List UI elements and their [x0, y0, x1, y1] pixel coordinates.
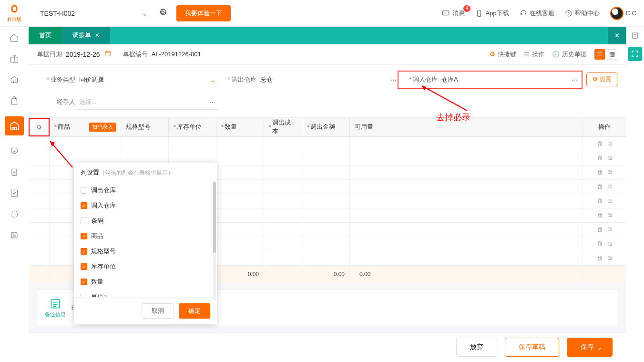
store-select[interactable]: TEST-H002 ⌄ — [34, 5, 153, 22]
delete-icon[interactable]: 🗑 — [597, 197, 603, 204]
delete-icon[interactable]: 🗑 — [597, 140, 603, 147]
nav-warehouse-icon[interactable] — [5, 116, 24, 135]
scrollbar[interactable] — [213, 182, 216, 300]
delete-icon[interactable]: 🗑 — [597, 226, 603, 233]
calendar-icon[interactable] — [104, 50, 112, 59]
nav-clipboard-icon[interactable] — [9, 167, 20, 177]
messages-button[interactable]: 消息 4 — [441, 9, 465, 18]
close-icon[interactable]: ✕ — [95, 32, 100, 39]
column-option[interactable]: 单位2 — [81, 290, 210, 297]
nav-gift-icon[interactable] — [9, 53, 20, 64]
checkbox[interactable]: ✓ — [81, 263, 87, 270]
column-option[interactable]: ✓库存单位 — [81, 259, 210, 274]
delete-icon[interactable]: 🗑 — [597, 155, 603, 161]
save-draft-button[interactable]: 保存草稿 — [505, 338, 559, 357]
more-icon[interactable]: ⋯ — [209, 99, 215, 106]
cancel-button[interactable]: 取消 — [142, 303, 174, 319]
tab-home[interactable]: 首页 — [29, 27, 62, 44]
column-option-label: 数量 — [91, 278, 103, 286]
nav-loading-icon[interactable] — [9, 209, 20, 219]
experience-button[interactable]: 我要体验一下 — [176, 5, 231, 21]
svg-point-3 — [447, 12, 448, 13]
copy-icon[interactable]: ⧉ — [608, 140, 612, 147]
actions-button[interactable]: ☰操作 — [524, 50, 544, 59]
nav-report-icon[interactable] — [9, 188, 20, 198]
delete-icon[interactable]: 🗑 — [597, 169, 603, 176]
handler-field[interactable]: 经手人 选择... ⋯ — [37, 95, 218, 110]
gear-icon: ⚙ — [593, 76, 598, 83]
help-center-button[interactable]: ? 帮助中心 — [565, 9, 600, 18]
header-right: 消息 4 App下载 在线客服 ? 帮助中心 C C — [441, 7, 636, 20]
nav-house-icon[interactable] — [9, 74, 20, 85]
checkbox[interactable] — [81, 294, 87, 297]
more-icon[interactable]: ⋯ — [390, 76, 397, 83]
history-icon: 🕘 — [552, 51, 560, 58]
shortcut-button[interactable]: ⚙快捷键 — [490, 50, 516, 59]
column-option[interactable]: ✓调入仓库 — [81, 198, 210, 213]
tabs-close-all-icon[interactable]: ✕ — [608, 27, 626, 44]
tab-transfer[interactable]: 调拨单 ✕ — [62, 27, 110, 44]
copy-icon[interactable]: ⧉ — [608, 226, 612, 233]
column-option[interactable]: 调出仓库 — [81, 183, 210, 198]
column-option-label: 商品 — [91, 232, 103, 240]
column-option[interactable]: ✓数量 — [81, 274, 210, 290]
column-settings-button[interactable]: ⚙ — [29, 118, 50, 136]
top-header: 标准版 TEST-H002 ⌄ 我要体验一下 消息 4 App下载 在线客服 — [0, 0, 644, 27]
checkbox[interactable]: ✓ — [81, 202, 87, 209]
settings-gear-icon[interactable] — [158, 8, 167, 18]
copy-icon[interactable]: ⧉ — [608, 212, 612, 218]
online-service-button[interactable]: 在线客服 — [520, 9, 554, 18]
notes-rail-icon[interactable] — [628, 29, 642, 43]
in-warehouse-field[interactable]: 调入仓库 仓库A ⋯ — [399, 72, 581, 87]
checkbox[interactable]: ✓ — [81, 233, 87, 239]
popover-title: 列设置（勾选的列会在表格中显示） — [74, 163, 217, 183]
column-option[interactable]: ✓规格型号 — [81, 244, 210, 259]
app-download-button[interactable]: App下载 — [475, 9, 509, 18]
popover-list: 调出仓库✓调入仓库条码✓商品✓规格型号✓库存单位✓数量单位2 — [74, 183, 217, 297]
copy-icon[interactable]: ⧉ — [608, 197, 612, 204]
doc-no-value: AL-20191226-001 — [152, 51, 201, 58]
copy-icon[interactable]: ⧉ — [608, 183, 612, 190]
nav-bag-icon[interactable] — [9, 95, 20, 106]
nav-new-icon[interactable]: 新 — [9, 230, 20, 240]
fullscreen-icon[interactable] — [628, 47, 642, 61]
chevron-down-icon: ⌄ — [597, 343, 603, 351]
history-button[interactable]: 🕘历史单据 — [552, 50, 587, 59]
view-grid-icon[interactable]: ▦ — [607, 49, 617, 60]
more-icon[interactable]: ⋯ — [572, 76, 578, 83]
delete-icon[interactable]: 🗑 — [597, 212, 603, 218]
th-unit: *库存单位 — [169, 118, 216, 136]
column-option-label: 调入仓库 — [91, 201, 116, 210]
copy-icon[interactable]: ⧉ — [608, 169, 612, 176]
svg-rect-15 — [633, 33, 638, 39]
chevron-down-icon[interactable]: ⌄ — [210, 76, 215, 83]
column-option[interactable]: ✓商品 — [81, 228, 210, 244]
table-row[interactable]: 🗑⧉ — [29, 137, 626, 151]
biz-type-field[interactable]: 业务类型 同价调拨 ⌄ — [37, 72, 218, 87]
column-option[interactable]: 条码 — [81, 213, 210, 228]
form-settings-button[interactable]: ⚙设置 — [586, 72, 617, 86]
copy-icon[interactable]: ⧉ — [608, 255, 612, 261]
confirm-button[interactable]: 确定 — [179, 303, 210, 319]
nav-home-icon[interactable] — [9, 32, 20, 43]
checkbox[interactable] — [81, 187, 87, 194]
date-value[interactable]: 2019-12-26 — [66, 51, 100, 58]
message-icon — [441, 9, 450, 18]
checkbox[interactable]: ✓ — [81, 248, 87, 255]
scan-entry-button[interactable]: 扫码录入 — [89, 123, 116, 132]
out-warehouse-field[interactable]: 调出仓库 总仓 ⋯ — [218, 72, 399, 87]
view-list-icon[interactable]: ☰ — [594, 49, 605, 60]
save-button[interactable]: 保存⌄ — [567, 338, 613, 357]
delete-icon[interactable]: 🗑 — [597, 240, 603, 247]
copy-icon[interactable]: ⧉ — [608, 240, 612, 247]
store-name: TEST-H002 — [40, 10, 75, 17]
checkbox[interactable]: ✓ — [81, 279, 87, 285]
delete-icon[interactable]: 🗑 — [597, 255, 603, 261]
checkbox[interactable] — [81, 217, 87, 224]
copy-icon[interactable]: ⧉ — [608, 155, 612, 161]
user-menu[interactable]: C C — [610, 7, 636, 20]
left-nav: 新 — [0, 27, 29, 362]
nav-money-icon[interactable] — [9, 146, 20, 156]
delete-icon[interactable]: 🗑 — [597, 183, 603, 190]
discard-button[interactable]: 放弃 — [456, 338, 497, 357]
